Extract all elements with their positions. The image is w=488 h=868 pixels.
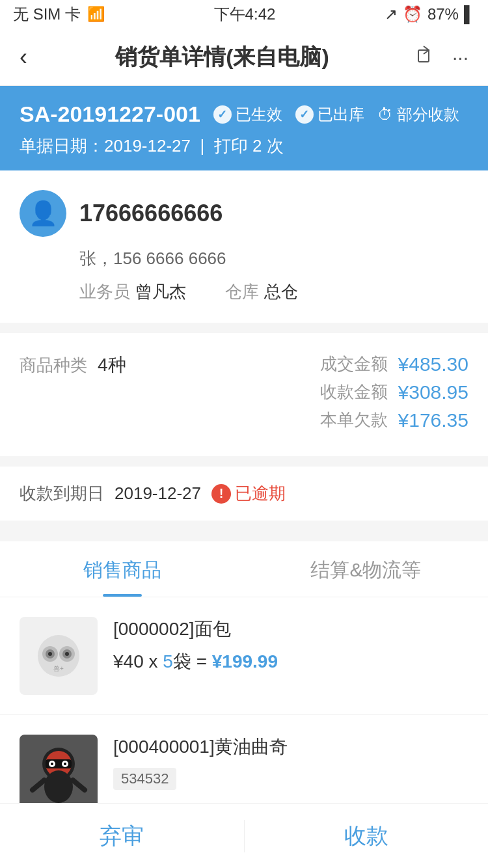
avatar-icon: 👤: [29, 200, 58, 227]
svg-point-17: [44, 770, 73, 803]
order-print: 打印 2 次: [214, 136, 284, 156]
status-badge-shipped: ✓ 已出库: [295, 104, 364, 125]
order-date: 单据日期：2019-12-27: [20, 136, 191, 156]
warehouse-info: 仓库 总仓: [225, 280, 298, 303]
warehouse-label: 仓库: [225, 280, 259, 303]
product-item: 兽+ [0000002]面包 ¥40 x 5袋 = ¥199.99: [0, 597, 488, 715]
status-left: 无 SIM 卡 📶: [13, 4, 105, 25]
product-qty-1: 5: [163, 651, 173, 671]
svg-point-7: [65, 652, 69, 656]
product-thumb-1: 兽+: [20, 617, 98, 695]
collect-payment-button[interactable]: 收款: [245, 808, 489, 864]
deal-amount-row: 成交金额 ¥485.30: [320, 353, 468, 375]
product-total-1: ¥199.99: [212, 651, 278, 671]
check-icon-2: ✓: [295, 105, 314, 124]
product-equals-1: =: [197, 651, 212, 671]
status-partial-label: 部分收款: [397, 104, 459, 125]
collected-row: 收款金额 ¥308.95: [320, 381, 468, 403]
product-kind-value: 4种: [98, 353, 126, 377]
debt-value: ¥176.35: [398, 409, 468, 431]
sales-label: 业务员: [79, 280, 130, 303]
customer-section: 👤 17666666666 张，156 6666 6666 业务员 曾凡杰 仓库…: [0, 170, 488, 323]
status-bar: 无 SIM 卡 📶 下午4:42 ↗ ⏰ 87% ▌: [0, 0, 488, 29]
wifi-icon: 📶: [87, 6, 105, 23]
bottom-bar: 弃审 收款: [0, 803, 488, 868]
tab-sales-products-label: 销售商品: [83, 559, 161, 580]
status-badge-partial: ⏱ 部分收款: [377, 104, 459, 125]
overdue-badge: ! 已逾期: [211, 482, 286, 505]
product-price-1: ¥40: [113, 651, 144, 671]
product-sku: 534532: [113, 768, 176, 790]
bread-thumb-icon: 兽+: [29, 633, 88, 679]
collected-value: ¥308.95: [398, 381, 468, 403]
stats-left: 商品种类 4种: [20, 353, 126, 383]
product-code-2: [000400001]: [113, 737, 215, 757]
debt-row: 本单欠款 ¥176.35: [320, 409, 468, 431]
product-code-1: [0000002]: [113, 619, 195, 639]
order-id-row: SA-20191227-001 ✓ 已生效 ✓ 已出库 ⏱ 部分收款: [20, 102, 468, 127]
tabs-section: 销售商品 结算&物流等: [0, 541, 488, 597]
overdue-icon: !: [211, 484, 231, 504]
customer-row: 👤 17666666666: [20, 190, 468, 237]
clock-icon: ⏱: [377, 105, 393, 124]
nav-bar: ‹ 销货单详情(来自电脑) ···: [0, 29, 488, 86]
svg-text:兽+: 兽+: [53, 665, 64, 672]
stats-right: 成交金额 ¥485.30 收款金额 ¥308.95 本单欠款 ¥176.35: [320, 353, 468, 437]
product-multiply-1: x: [149, 651, 163, 671]
customer-detail: 张，156 6666 6666: [20, 247, 468, 270]
product-kind-stat: 商品种类 4种: [20, 353, 126, 377]
tab-sales-products[interactable]: 销售商品: [0, 541, 244, 597]
product-info-1: [0000002]面包 ¥40 x 5袋 = ¥199.99: [113, 617, 468, 674]
more-icon[interactable]: ···: [452, 46, 468, 68]
alarm-icon: ⏰: [403, 5, 422, 23]
status-shipped-label: 已出库: [318, 104, 364, 125]
status-badge-effective: ✓ 已生效: [213, 104, 282, 125]
svg-point-15: [51, 763, 53, 765]
svg-point-16: [64, 763, 66, 765]
svg-point-6: [48, 652, 52, 656]
share-icon[interactable]: [417, 45, 437, 69]
section-separator: [0, 531, 488, 541]
avatar: 👤: [20, 190, 66, 237]
carrier-text: 无 SIM 卡: [13, 4, 81, 25]
customer-phone: 17666666666: [79, 200, 223, 227]
nav-actions: ···: [417, 45, 468, 69]
back-button[interactable]: ‹: [20, 44, 27, 71]
deal-amount-label: 成交金额: [320, 353, 388, 375]
status-time: 下午4:42: [214, 4, 276, 25]
order-meta: 单据日期：2019-12-27 | 打印 2 次: [20, 135, 468, 157]
order-header: SA-20191227-001 ✓ 已生效 ✓ 已出库 ⏱ 部分收款 单据日期：…: [0, 86, 488, 170]
check-icon-1: ✓: [213, 105, 232, 124]
due-date: 2019-12-27: [115, 483, 201, 504]
debt-label: 本单欠款: [320, 409, 388, 431]
customer-info-row: 业务员 曾凡杰 仓库 总仓: [20, 280, 468, 303]
stats-section: 商品种类 4种 成交金额 ¥485.30 收款金额 ¥308.95 本单欠款 ¥…: [0, 333, 488, 456]
deal-amount-value: ¥485.30: [398, 353, 468, 375]
product-name-2: [000400001]黄油曲奇: [113, 735, 468, 759]
product-thumb-2: illustrated: [20, 735, 98, 813]
cancel-review-button[interactable]: 弃审: [0, 808, 244, 864]
collected-label: 收款金额: [320, 381, 388, 403]
due-label: 收款到期日: [20, 482, 104, 505]
product-unit-1: 袋: [173, 651, 191, 671]
battery-icon: ▌: [464, 5, 475, 23]
product-kind-label: 商品种类: [20, 354, 87, 377]
product-price-row-1: ¥40 x 5袋 = ¥199.99: [113, 649, 468, 674]
salesperson-info: 业务员 曾凡杰: [79, 280, 186, 303]
tab-settlement[interactable]: 结算&物流等: [244, 541, 488, 597]
due-section: 收款到期日 2019-12-27 ! 已逾期: [0, 467, 488, 521]
product-sku-wrapper: 534532: [113, 767, 468, 798]
sales-name: 曾凡杰: [135, 280, 186, 303]
order-id: SA-20191227-001: [20, 102, 200, 127]
location-icon: ↗: [385, 5, 398, 23]
battery-text: 87%: [427, 5, 459, 23]
tab-settlement-label: 结算&物流等: [310, 559, 421, 580]
status-effective-label: 已生效: [236, 104, 282, 125]
product-thumb-owl-icon: illustrated: [20, 735, 98, 813]
warehouse-name: 总仓: [264, 280, 298, 303]
page-title: 销货单详情(来自电脑): [115, 42, 329, 72]
overdue-text: 已逾期: [235, 482, 286, 505]
product-name-1: [0000002]面包: [113, 617, 468, 642]
status-right: ↗ ⏰ 87% ▌: [385, 5, 475, 23]
